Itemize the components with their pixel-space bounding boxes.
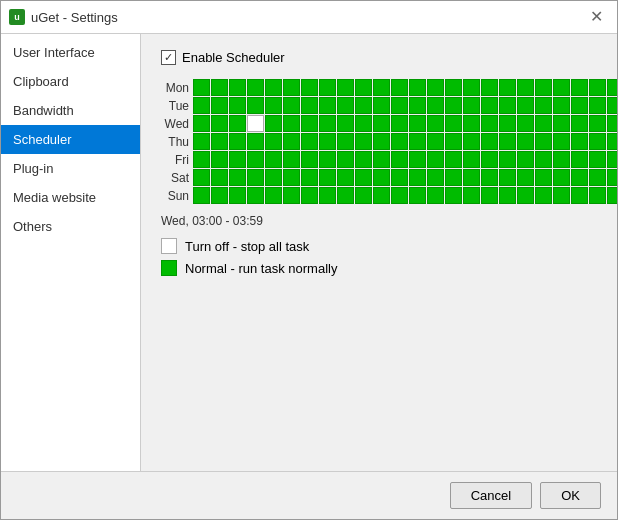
scheduler-cell[interactable]: [247, 151, 264, 168]
scheduler-cell[interactable]: [229, 133, 246, 150]
scheduler-cell[interactable]: [391, 169, 408, 186]
scheduler-cell[interactable]: [463, 97, 480, 114]
scheduler-cell[interactable]: [265, 133, 282, 150]
scheduler-cell[interactable]: [571, 133, 588, 150]
scheduler-cell[interactable]: [373, 115, 390, 132]
scheduler-cell[interactable]: [355, 187, 372, 204]
scheduler-cell[interactable]: [553, 187, 570, 204]
scheduler-cell[interactable]: [535, 133, 552, 150]
scheduler-cell[interactable]: [481, 97, 498, 114]
scheduler-cell[interactable]: [247, 115, 264, 132]
scheduler-cell[interactable]: [193, 79, 210, 96]
scheduler-cell[interactable]: [265, 151, 282, 168]
scheduler-cell[interactable]: [373, 187, 390, 204]
sidebar-item-bandwidth[interactable]: Bandwidth: [1, 96, 140, 125]
scheduler-cell[interactable]: [553, 133, 570, 150]
scheduler-cell[interactable]: [427, 79, 444, 96]
scheduler-cell[interactable]: [229, 151, 246, 168]
sidebar-item-clipboard[interactable]: Clipboard: [1, 67, 140, 96]
scheduler-cell[interactable]: [301, 187, 318, 204]
scheduler-cell[interactable]: [373, 79, 390, 96]
scheduler-cell[interactable]: [319, 115, 336, 132]
scheduler-cell[interactable]: [337, 187, 354, 204]
scheduler-cell[interactable]: [337, 133, 354, 150]
scheduler-cell[interactable]: [463, 133, 480, 150]
scheduler-cell[interactable]: [319, 97, 336, 114]
scheduler-cell[interactable]: [301, 151, 318, 168]
scheduler-cell[interactable]: [499, 187, 516, 204]
scheduler-cell[interactable]: [481, 187, 498, 204]
scheduler-cell[interactable]: [211, 169, 228, 186]
scheduler-cell[interactable]: [589, 115, 606, 132]
scheduler-cell[interactable]: [211, 79, 228, 96]
scheduler-cell[interactable]: [481, 115, 498, 132]
scheduler-cell[interactable]: [211, 97, 228, 114]
scheduler-cell[interactable]: [481, 151, 498, 168]
scheduler-cell[interactable]: [553, 169, 570, 186]
sidebar-item-media-website[interactable]: Media website: [1, 183, 140, 212]
scheduler-cell[interactable]: [229, 97, 246, 114]
scheduler-cell[interactable]: [571, 115, 588, 132]
sidebar-item-others[interactable]: Others: [1, 212, 140, 241]
scheduler-cell[interactable]: [427, 151, 444, 168]
scheduler-cell[interactable]: [481, 169, 498, 186]
scheduler-cell[interactable]: [499, 79, 516, 96]
scheduler-cell[interactable]: [301, 97, 318, 114]
scheduler-cell[interactable]: [355, 79, 372, 96]
scheduler-cell[interactable]: [607, 169, 617, 186]
scheduler-cell[interactable]: [427, 97, 444, 114]
ok-button[interactable]: OK: [540, 482, 601, 509]
scheduler-cell[interactable]: [409, 187, 426, 204]
scheduler-cell[interactable]: [517, 79, 534, 96]
sidebar-item-plugin[interactable]: Plug-in: [1, 154, 140, 183]
scheduler-cell[interactable]: [571, 151, 588, 168]
scheduler-cell[interactable]: [589, 169, 606, 186]
scheduler-cell[interactable]: [445, 187, 462, 204]
scheduler-cell[interactable]: [445, 79, 462, 96]
scheduler-cell[interactable]: [463, 79, 480, 96]
scheduler-cell[interactable]: [517, 151, 534, 168]
scheduler-cell[interactable]: [445, 169, 462, 186]
scheduler-cell[interactable]: [229, 79, 246, 96]
scheduler-cell[interactable]: [553, 115, 570, 132]
scheduler-cell[interactable]: [571, 97, 588, 114]
scheduler-cell[interactable]: [337, 79, 354, 96]
scheduler-cell[interactable]: [391, 133, 408, 150]
scheduler-cell[interactable]: [589, 151, 606, 168]
scheduler-cell[interactable]: [319, 79, 336, 96]
scheduler-cell[interactable]: [553, 79, 570, 96]
scheduler-cell[interactable]: [283, 133, 300, 150]
scheduler-cell[interactable]: [409, 133, 426, 150]
scheduler-cell[interactable]: [301, 133, 318, 150]
scheduler-cell[interactable]: [193, 133, 210, 150]
enable-scheduler-checkbox[interactable]: ✓: [161, 50, 176, 65]
scheduler-cell[interactable]: [193, 97, 210, 114]
scheduler-cell[interactable]: [409, 79, 426, 96]
scheduler-cell[interactable]: [211, 115, 228, 132]
scheduler-cell[interactable]: [355, 133, 372, 150]
scheduler-cell[interactable]: [265, 79, 282, 96]
scheduler-cell[interactable]: [553, 151, 570, 168]
scheduler-cell[interactable]: [211, 151, 228, 168]
scheduler-cell[interactable]: [355, 169, 372, 186]
scheduler-cell[interactable]: [409, 115, 426, 132]
scheduler-cell[interactable]: [589, 79, 606, 96]
scheduler-cell[interactable]: [535, 169, 552, 186]
scheduler-cell[interactable]: [193, 151, 210, 168]
scheduler-cell[interactable]: [409, 169, 426, 186]
scheduler-cell[interactable]: [283, 79, 300, 96]
scheduler-cell[interactable]: [445, 97, 462, 114]
scheduler-cell[interactable]: [499, 133, 516, 150]
scheduler-cell[interactable]: [463, 169, 480, 186]
scheduler-cell[interactable]: [499, 151, 516, 168]
scheduler-cell[interactable]: [517, 187, 534, 204]
scheduler-cell[interactable]: [607, 133, 617, 150]
scheduler-cell[interactable]: [337, 97, 354, 114]
scheduler-cell[interactable]: [391, 187, 408, 204]
scheduler-cell[interactable]: [355, 115, 372, 132]
scheduler-cell[interactable]: [193, 115, 210, 132]
scheduler-cell[interactable]: [481, 79, 498, 96]
scheduler-cell[interactable]: [589, 187, 606, 204]
scheduler-cell[interactable]: [265, 115, 282, 132]
sidebar-item-scheduler[interactable]: Scheduler: [1, 125, 140, 154]
